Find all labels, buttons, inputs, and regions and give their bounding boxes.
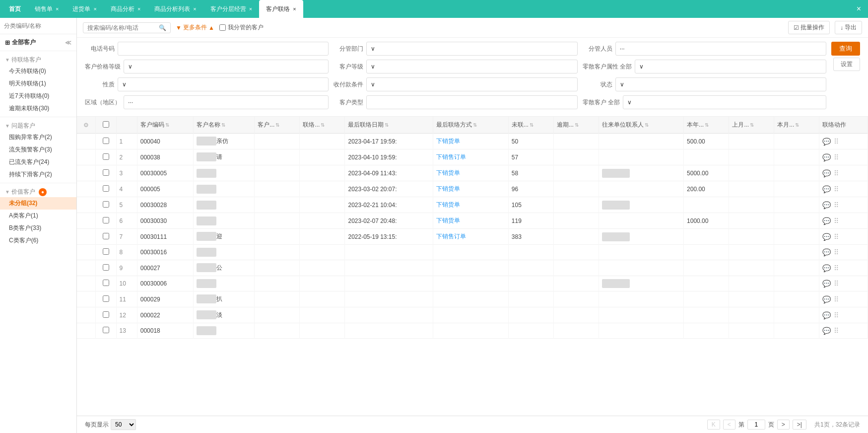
tab-product-analysis[interactable]: 商品分析 × xyxy=(104,0,147,18)
filter-input-status[interactable]: ∨ xyxy=(615,77,826,91)
sidebar-item-overdue[interactable]: 逾期未联络(30) xyxy=(0,102,76,115)
row-checkbox[interactable] xyxy=(103,327,109,333)
sidebar-search-input[interactable] xyxy=(4,22,77,29)
chat-icon[interactable]: 💬 xyxy=(822,327,831,335)
col-last-date[interactable]: 最后联络日期⇅ xyxy=(345,117,433,134)
reset-button[interactable]: 设置 xyxy=(833,58,860,71)
export-button[interactable]: ↓ 导出 xyxy=(835,21,862,34)
tab-close-customer-contact[interactable]: × xyxy=(293,6,296,12)
prev-page-button[interactable]: < xyxy=(723,420,735,430)
row-checkbox[interactable] xyxy=(103,264,109,271)
sidebar-item-7days[interactable]: 近7天待联络(0) xyxy=(0,90,76,102)
row-checkbox[interactable] xyxy=(103,217,109,223)
chat-icon[interactable]: 💬 xyxy=(822,311,831,319)
contact-type-link[interactable]: 下销货单 xyxy=(436,185,460,192)
sidebar-item-declining[interactable]: 持续下滑客户(2) xyxy=(0,168,76,181)
grid-action-icon[interactable]: ⠿ xyxy=(834,264,839,272)
chat-icon[interactable]: 💬 xyxy=(822,153,831,161)
chat-icon[interactable]: 💬 xyxy=(822,280,831,288)
col-last-month[interactable]: 上月...⇅ xyxy=(729,117,774,134)
query-button[interactable]: 查询 xyxy=(831,42,860,56)
col-this-year[interactable]: 本年...⇅ xyxy=(684,117,729,134)
tab-home[interactable]: 首页 xyxy=(2,0,28,18)
grid-action-icon[interactable]: ⠿ xyxy=(834,138,839,145)
filter-input-payment[interactable]: ∨ xyxy=(366,77,577,91)
batch-ops-button[interactable]: ☑ 批量操作 xyxy=(788,21,830,34)
sidebar-item-ungroup[interactable]: 未分组(32) xyxy=(0,197,76,210)
last-page-button[interactable]: >| xyxy=(793,420,806,430)
row-checkbox[interactable] xyxy=(103,201,109,208)
page-size-select[interactable]: 50 100 200 xyxy=(111,419,136,430)
filter-input-phone[interactable] xyxy=(118,42,329,56)
sidebar-group-pending[interactable]: ▼ 待联络客户 xyxy=(0,53,76,65)
grid-action-icon[interactable]: ⠿ xyxy=(834,295,839,303)
row-checkbox[interactable] xyxy=(103,185,109,192)
filter-input-sparse-attr[interactable]: ∨ xyxy=(635,60,826,73)
chat-icon[interactable]: 💬 xyxy=(822,248,831,256)
row-checkbox[interactable] xyxy=(103,280,109,286)
contact-type-link[interactable]: 下销售订单 xyxy=(436,233,466,240)
my-customers-checkbox-area[interactable]: 我分管的客户 xyxy=(219,23,264,32)
chat-icon[interactable]: 💬 xyxy=(822,201,831,209)
tab-close-purchase[interactable]: × xyxy=(93,6,96,12)
sidebar-all-customers[interactable]: ⊞ 全部客户 ≪ xyxy=(0,34,76,49)
grid-action-icon[interactable]: ⠿ xyxy=(834,217,839,225)
chat-icon[interactable]: 💬 xyxy=(822,217,831,225)
col-settings[interactable]: ⚙ xyxy=(77,117,96,134)
next-page-button[interactable]: > xyxy=(777,420,790,430)
filter-input-dept[interactable]: ∨ xyxy=(366,42,577,56)
col-overdue[interactable]: 逾期...⇅ xyxy=(553,117,599,134)
grid-action-icon[interactable]: ⠿ xyxy=(834,201,839,209)
row-checkbox[interactable] xyxy=(103,233,109,239)
filter-search-input[interactable] xyxy=(87,24,157,31)
filter-input-sparse[interactable]: ∨ xyxy=(623,95,826,109)
col-this-month[interactable]: 本月...⇅ xyxy=(774,117,819,134)
tab-customer-contact[interactable]: 客户联络 × xyxy=(259,0,303,18)
chat-icon[interactable]: 💬 xyxy=(822,169,831,177)
filter-input-customer-level[interactable]: ∨ xyxy=(366,60,577,73)
filter-input-price-level[interactable]: ∨ xyxy=(124,60,329,73)
sidebar-item-abnormal[interactable]: 囤购异常客户(2) xyxy=(0,131,76,144)
sidebar-item-tomorrow[interactable]: 明天待联络(1) xyxy=(0,77,76,90)
filter-more-conditions[interactable]: ▼ 更多条件 ▲ xyxy=(176,23,214,32)
grid-action-icon[interactable]: ⠿ xyxy=(834,248,839,256)
sidebar-item-churn-warning[interactable]: 流失预警客户(3) xyxy=(0,144,76,156)
tab-close-product-analysis[interactable]: × xyxy=(137,6,140,12)
tab-sales[interactable]: 销售单 × xyxy=(28,0,66,18)
sidebar-item-churned[interactable]: 已流失客户(24) xyxy=(0,156,76,168)
sidebar-group-value[interactable]: ▼ 价值客户 ● xyxy=(0,185,76,197)
col-last-type[interactable]: 最后联络方式⇅ xyxy=(433,117,509,134)
row-checkbox[interactable] xyxy=(103,138,109,144)
row-checkbox[interactable] xyxy=(103,248,109,255)
grid-action-icon[interactable]: ⠿ xyxy=(834,233,839,241)
grid-action-icon[interactable]: ⠿ xyxy=(834,153,839,161)
first-page-button[interactable]: K xyxy=(707,420,720,430)
row-checkbox[interactable] xyxy=(103,311,109,318)
col-category[interactable]: 客户...⇅ xyxy=(255,117,300,134)
filter-input-region[interactable]: ··· xyxy=(124,95,329,109)
col-no-contact[interactable]: 未联...⇅ xyxy=(508,117,553,134)
filter-input-customer-type[interactable] xyxy=(366,95,577,109)
sidebar-group-problem[interactable]: ▼ 问题客户 xyxy=(0,119,76,131)
current-page-input[interactable] xyxy=(747,420,765,430)
col-checkbox[interactable] xyxy=(96,117,117,134)
col-contact-person[interactable]: 往来单位联系人⇅ xyxy=(599,117,684,134)
tab-close-product-analysis-list[interactable]: × xyxy=(193,6,196,12)
contact-type-link[interactable]: 下销货单 xyxy=(436,138,460,144)
grid-action-icon[interactable]: ⠿ xyxy=(834,311,839,319)
tab-bar-close[interactable]: × xyxy=(852,4,866,13)
row-checkbox[interactable] xyxy=(103,169,109,176)
grid-action-icon[interactable]: ⠿ xyxy=(834,280,839,288)
sidebar-item-class-a[interactable]: A类客户(1) xyxy=(0,210,76,222)
chat-icon[interactable]: 💬 xyxy=(822,138,831,145)
select-all-checkbox[interactable] xyxy=(103,121,109,128)
tab-purchase[interactable]: 进货单 × xyxy=(66,0,103,18)
tab-close-customer-layer[interactable]: × xyxy=(249,6,252,12)
row-checkbox[interactable] xyxy=(103,153,109,160)
contact-type-link[interactable]: 下销货单 xyxy=(436,217,460,224)
sidebar-item-class-c[interactable]: C类客户(6) xyxy=(0,234,76,247)
tab-close-sales[interactable]: × xyxy=(56,6,59,12)
filter-input-nature[interactable]: ∨ xyxy=(118,77,329,91)
col-contact[interactable]: 联络...⇅ xyxy=(300,117,345,134)
tab-customer-layer[interactable]: 客户分层经营 × xyxy=(203,0,259,18)
